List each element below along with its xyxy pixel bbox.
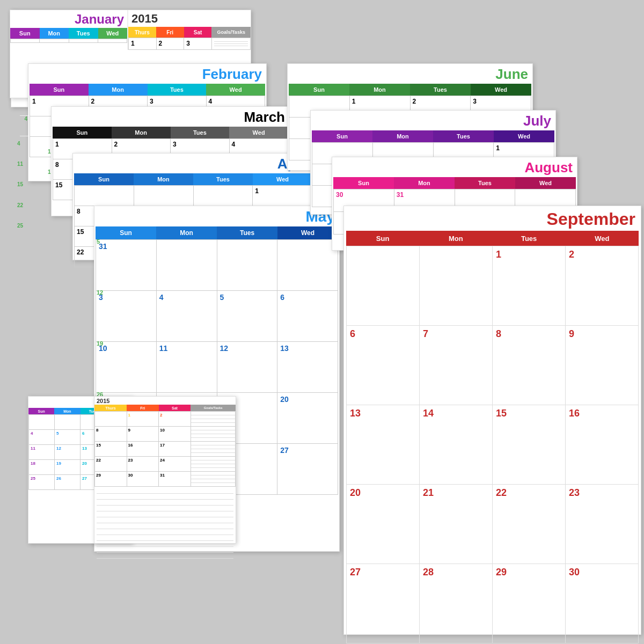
may-d6: 6 bbox=[277, 291, 338, 342]
apr-wed: Wed bbox=[253, 173, 312, 185]
may-wn12: 12 bbox=[97, 289, 103, 296]
thumb-sat: Sat bbox=[159, 405, 191, 411]
sep-d14: 14 bbox=[420, 405, 493, 485]
sep-d2: 2 bbox=[566, 246, 639, 326]
may-d31: 31 bbox=[96, 240, 157, 291]
september-page: September Sun Mon Tues Wed 1 2 6 7 8 9 1… bbox=[343, 206, 641, 635]
jan-cell-empty4 bbox=[98, 39, 127, 43]
jan-year: 2015 bbox=[131, 12, 158, 25]
may-wed: Wed bbox=[277, 226, 338, 239]
sep-d1: 1 bbox=[493, 246, 566, 326]
jul-wed: Wed bbox=[494, 130, 554, 142]
mar-title: March bbox=[244, 109, 285, 125]
th-4: 4 bbox=[29, 430, 55, 445]
sep-title: September bbox=[547, 209, 635, 229]
tr-d9: 9 bbox=[127, 427, 159, 442]
jun-tues: Tues bbox=[410, 84, 471, 96]
tr-d30: 30 bbox=[127, 472, 159, 487]
thumb-year: 2015 bbox=[97, 398, 109, 404]
th-18: 18 bbox=[29, 460, 55, 475]
jan-goals: Goals/Tasks bbox=[211, 27, 251, 38]
may-d4: 4 bbox=[157, 291, 217, 342]
may-e3 bbox=[277, 240, 338, 291]
sep-d30: 30 bbox=[566, 564, 639, 643]
week-num-4: 4 bbox=[20, 116, 28, 136]
sep-d28: 28 bbox=[420, 564, 493, 643]
th-5: 5 bbox=[55, 430, 80, 445]
tr-goals3 bbox=[191, 442, 236, 457]
feb-wed: Wed bbox=[206, 84, 265, 96]
jan-cell-empty3 bbox=[69, 39, 98, 43]
may-d12: 12 bbox=[217, 342, 278, 393]
tr-e1 bbox=[95, 412, 127, 427]
aug-title: August bbox=[524, 159, 573, 175]
thumb-fri: Fri bbox=[127, 405, 159, 411]
apr-d1: 1 bbox=[253, 186, 312, 206]
may-d20: 20 bbox=[277, 393, 338, 444]
thumbnail-jan-right: 2015 Thurs Fri Sat Goals/Tasks 1 2 8 9 1… bbox=[94, 396, 236, 544]
sep-tues: Tues bbox=[493, 231, 566, 246]
mar-mon: Mon bbox=[112, 127, 171, 138]
jun-sun: Sun bbox=[289, 84, 349, 96]
sep-d22: 22 bbox=[493, 485, 566, 564]
jun-wed: Wed bbox=[471, 84, 531, 96]
may-e1 bbox=[157, 240, 217, 291]
sep-d8: 8 bbox=[493, 326, 566, 405]
thumb-jan-mon: Mon bbox=[54, 408, 80, 414]
week-num-1 bbox=[20, 96, 28, 116]
sep-d23: 23 bbox=[566, 485, 639, 564]
may-mon: Mon bbox=[156, 226, 217, 239]
may-d10: 10 bbox=[96, 342, 157, 393]
apr-empty3 bbox=[194, 186, 253, 206]
mar-tues: Tues bbox=[171, 127, 230, 138]
mar-wed: Wed bbox=[229, 127, 288, 138]
jan-cell-empty1 bbox=[11, 39, 40, 43]
sep-mon: Mon bbox=[419, 231, 492, 246]
jan-thurs: Thurs bbox=[128, 27, 156, 38]
sep-d9: 9 bbox=[566, 326, 639, 405]
may-wn5: 5 bbox=[97, 238, 100, 245]
sep-d16: 16 bbox=[566, 405, 639, 485]
tr-d15: 15 bbox=[95, 442, 127, 457]
aug-mon: Mon bbox=[394, 177, 455, 189]
may-wn19: 19 bbox=[97, 340, 103, 347]
feb-mon: Mon bbox=[89, 84, 148, 96]
sep-d20: 20 bbox=[347, 485, 420, 564]
tr-d1: 1 bbox=[127, 412, 159, 427]
jan-month-title: January bbox=[75, 12, 124, 26]
sep-e2 bbox=[420, 246, 493, 326]
tr-goals2 bbox=[191, 427, 236, 442]
sep-d27: 27 bbox=[347, 564, 420, 643]
tr-d24: 24 bbox=[159, 457, 191, 472]
jul-mon: Mon bbox=[372, 130, 433, 142]
tr-d22: 22 bbox=[95, 457, 127, 472]
apr-tues: Tues bbox=[193, 173, 253, 185]
jun-mon: Mon bbox=[349, 84, 410, 96]
th-e1 bbox=[29, 415, 55, 430]
may-d11: 11 bbox=[157, 342, 217, 393]
may-d3: 3 bbox=[96, 291, 157, 342]
left-wn-4: 4 bbox=[17, 141, 20, 147]
jan-d1: 1 bbox=[129, 38, 157, 50]
apr-mon: Mon bbox=[134, 173, 193, 185]
may-sun: Sun bbox=[96, 226, 156, 239]
may-tues: Tues bbox=[217, 226, 277, 239]
jan-cell-empty2 bbox=[40, 39, 69, 43]
feb-sun: Sun bbox=[30, 84, 89, 96]
tr-d17: 17 bbox=[159, 442, 191, 457]
apr-empty2 bbox=[134, 186, 194, 206]
sep-d6: 6 bbox=[347, 326, 420, 405]
left-wn-22: 22 bbox=[17, 202, 23, 208]
th-26: 26 bbox=[55, 475, 80, 490]
sep-wed: Wed bbox=[566, 231, 639, 246]
th-11: 11 bbox=[29, 445, 55, 460]
th-25: 25 bbox=[29, 475, 55, 490]
tr-d29: 29 bbox=[95, 472, 127, 487]
tr-goals5 bbox=[191, 472, 236, 487]
jan-wed: Wed bbox=[98, 28, 128, 39]
jul-tues: Tues bbox=[433, 130, 494, 142]
apr-empty1 bbox=[75, 186, 134, 206]
left-wn-25: 25 bbox=[17, 223, 23, 229]
sep-sun: Sun bbox=[346, 231, 419, 246]
jun-title: June bbox=[495, 66, 528, 82]
